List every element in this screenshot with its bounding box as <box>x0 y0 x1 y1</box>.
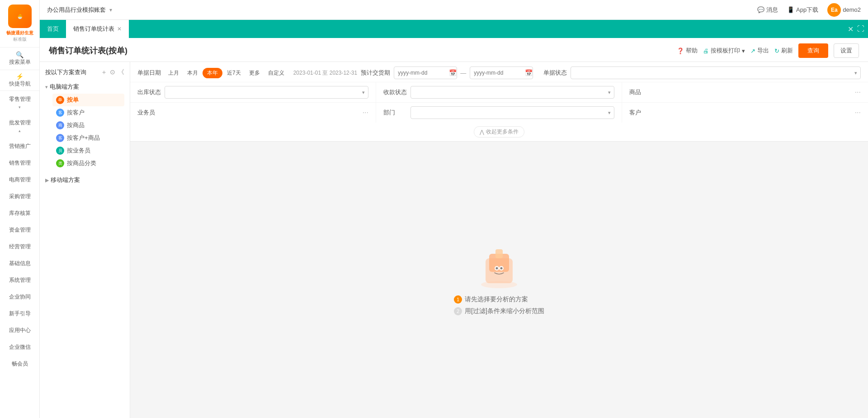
date-btn-custom[interactable]: 自定义 <box>264 68 288 78</box>
sidebar-item-sales[interactable]: 销售管理 <box>0 155 39 171</box>
mobile-category-arrow: ▶ <box>45 177 49 183</box>
date-btn-7days[interactable]: 近7天 <box>223 68 245 78</box>
scheme-icon-by-category: 类 <box>56 159 64 167</box>
date-btn-more[interactable]: 更多 <box>245 68 264 78</box>
filter-cell-salesperson: 业务员 ··· <box>130 103 376 123</box>
print-dropdown-icon: ▾ <box>742 48 745 54</box>
predicted-delivery-end[interactable] <box>470 66 533 79</box>
refresh-icon: ↻ <box>774 48 779 54</box>
data-area: 1 请先选择要分析的方案 2 用[过滤]条件来缩小分析范围 <box>130 142 868 418</box>
scheme-item-by-customer[interactable]: 客 按客户 <box>52 106 124 119</box>
sidebar-item-vip[interactable]: 畅会员 <box>0 356 39 372</box>
sidebar-item-wholesale[interactable]: 批发管理 ▴ <box>0 114 39 138</box>
sidebar-item-basic[interactable]: 基础信息 <box>0 255 39 272</box>
message-icon: 💬 <box>757 6 764 13</box>
scheme-icon-by-salesperson: 员 <box>56 147 64 155</box>
single-status-section: 单据状态 ▾ <box>543 66 861 79</box>
app-download-icon: 📱 <box>787 6 794 13</box>
sidebar: 🐣 畅捷通好生意 标准版 🔍 搜索菜单 ⚡ 快捷导航 零售管理 ▾ 批发管理 ▴… <box>0 0 40 418</box>
empty-tip-1: 1 请先选择要分析的方案 <box>454 295 544 304</box>
search-button[interactable]: 查询 <box>798 43 828 58</box>
logo-text: 畅捷通好生意 标准版 <box>4 30 36 43</box>
receipt-status-label: 收款状态 <box>383 88 407 96</box>
sidebar-item-operations[interactable]: 经营管理 <box>0 238 39 255</box>
scheme-icon-by-order: 单 <box>56 96 64 104</box>
desktop-category-header[interactable]: ▾ 电脑端方案 <box>45 81 124 93</box>
date-btn-last-month[interactable]: 上月 <box>165 68 183 78</box>
scheme-label-by-customer-product: 按客户+商品 <box>67 134 100 142</box>
settings-button[interactable]: 设置 <box>834 43 859 58</box>
scheme-label-by-salesperson: 按业务员 <box>67 147 90 155</box>
sidebar-item-purchase[interactable]: 采购管理 <box>0 188 39 205</box>
tab-sales-order-stats[interactable]: 销售订单统计表 ✕ <box>66 20 129 38</box>
sidebar-item-marketing[interactable]: 营销推广 <box>0 138 39 155</box>
message-button[interactable]: 💬 消息 <box>757 6 778 14</box>
logo-icon: 🐣 <box>17 14 23 19</box>
template-print-button[interactable]: 🖨 按模板打印 ▾ <box>703 47 745 55</box>
user-profile[interactable]: Ea demo2 <box>827 3 861 17</box>
scheme-item-by-salesperson[interactable]: 员 按业务员 <box>52 144 124 157</box>
quick-nav-item[interactable]: ⚡ 快捷导航 <box>0 70 39 91</box>
empty-illustration <box>472 245 526 290</box>
sidebar-item-cooperation[interactable]: 企业协同 <box>0 289 39 305</box>
date-label: 单据日期 <box>137 69 161 77</box>
message-label: 消息 <box>766 6 778 14</box>
tab-close-icon[interactable]: ✕ <box>117 26 122 32</box>
tip-num-2: 2 <box>454 307 462 315</box>
app-download-button[interactable]: 📱 App下载 <box>787 6 818 14</box>
predicted-delivery-calendar-end[interactable]: 📅 <box>525 69 533 76</box>
collapse-button[interactable]: ⋀ 收起更多条件 <box>474 126 524 138</box>
filter-cell-out-status: 出库状态 ▾ <box>130 82 376 102</box>
help-button[interactable]: ❓ 帮助 <box>677 47 698 55</box>
search-menu-label: 搜索菜单 <box>9 59 31 65</box>
scheme-item-by-product[interactable]: 商 按商品 <box>52 119 124 132</box>
single-status-select[interactable] <box>571 66 861 79</box>
help-icon: ❓ <box>677 48 684 54</box>
date-range-text: 2023-01-01 至 2023-12-31 <box>293 69 357 77</box>
date-btn-this-month[interactable]: 本月 <box>184 68 202 78</box>
sidebar-menu-items: 零售管理 ▾ 批发管理 ▴ 营销推广 销售管理 电商管理 采购管理 库存核算 资… <box>0 91 39 418</box>
collapse-scheme-icon[interactable]: 《 <box>118 68 124 76</box>
sidebar-item-retail[interactable]: 零售管理 ▾ <box>0 91 39 114</box>
receipt-status-select-wrap: ▾ <box>410 86 614 99</box>
out-status-select[interactable] <box>165 86 368 99</box>
quick-nav-label: 快捷导航 <box>9 81 31 87</box>
tab-home[interactable]: 首页 <box>40 20 66 38</box>
app-title-dropdown-icon[interactable]: ▾ <box>109 7 112 13</box>
sidebar-item-app-center[interactable]: 应用中心 <box>0 322 39 339</box>
sidebar-item-ecommerce[interactable]: 电商管理 <box>0 171 39 188</box>
scheme-item-by-category[interactable]: 类 按商品分类 <box>52 157 124 170</box>
tab-close-window-icon[interactable]: ✕ <box>848 25 854 33</box>
filter-row-3: 业务员 ··· 部门 ▾ <box>130 103 868 123</box>
main-area: 办公用品行业模拟账套 ▾ 💬 消息 📱 App下载 Ea demo2 首页 <box>40 0 868 418</box>
scheme-panel-icons: ＋ ⊙ 《 <box>101 68 124 76</box>
settings-scheme-icon[interactable]: ⊙ <box>110 68 115 76</box>
predicted-delivery-start[interactable] <box>394 66 457 79</box>
sidebar-item-corp-wechat[interactable]: 企业微信 <box>0 339 39 356</box>
refresh-button[interactable]: ↻ 刷新 <box>774 47 793 55</box>
predicted-delivery-calendar-start[interactable]: 📅 <box>449 69 457 76</box>
salesperson-dots[interactable]: ··· <box>363 109 368 117</box>
mobile-category: ▶ 移动端方案 <box>40 172 130 188</box>
mobile-category-header[interactable]: ▶ 移动端方案 <box>45 174 124 186</box>
search-menu-item[interactable]: 🔍 搜索菜单 <box>0 48 39 70</box>
sidebar-item-new-guide[interactable]: 新手引导 <box>0 305 39 322</box>
date-button-group: 上月 本月 本年 近7天 更多 自定义 <box>165 68 288 78</box>
customer-dots[interactable]: ··· <box>855 109 861 117</box>
scheme-item-by-customer-product[interactable]: 客 按客户+商品 <box>52 132 124 144</box>
tab-expand-icon[interactable]: ⛶ <box>857 25 864 33</box>
receipt-status-select[interactable] <box>410 86 614 99</box>
department-select[interactable] <box>410 106 614 119</box>
empty-svg <box>472 245 526 290</box>
export-button[interactable]: ↗ 导出 <box>750 47 769 55</box>
date-btn-this-year[interactable]: 本年 <box>203 68 222 78</box>
sidebar-item-system[interactable]: 系统管理 <box>0 272 39 289</box>
scheme-panel: 按以下方案查询 ＋ ⊙ 《 ▾ 电脑端方案 单 按 <box>40 62 130 418</box>
department-select-wrap: ▾ <box>410 106 614 119</box>
scheme-item-by-order[interactable]: 单 按单 <box>52 94 124 106</box>
desktop-category-arrow: ▾ <box>45 84 48 90</box>
product-dots[interactable]: ··· <box>855 88 861 96</box>
sidebar-item-inventory[interactable]: 库存核算 <box>0 205 39 222</box>
add-scheme-icon[interactable]: ＋ <box>101 68 107 76</box>
sidebar-item-finance[interactable]: 资金管理 <box>0 222 39 238</box>
